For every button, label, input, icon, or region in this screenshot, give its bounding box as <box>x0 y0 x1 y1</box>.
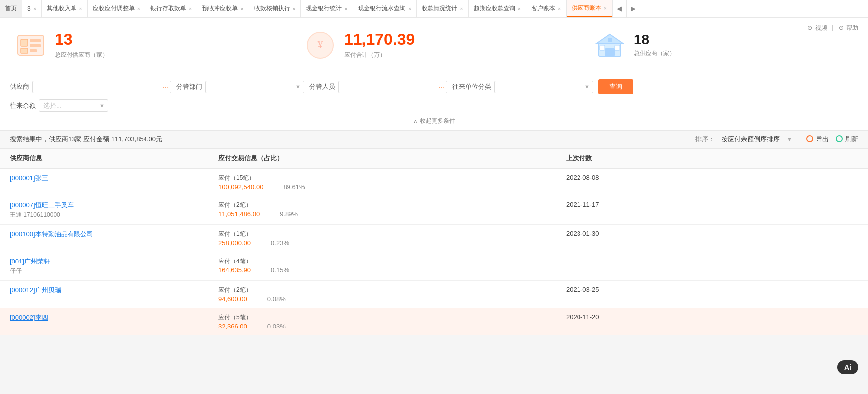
nav-left-arrow[interactable]: ◀ <box>612 0 626 18</box>
filter-person: 分管人员 ··· <box>309 81 447 93</box>
close-icon[interactable]: × <box>79 6 82 12</box>
tx-amount[interactable]: 100,092,540.00 <box>218 183 263 191</box>
filter-row-2: 往来余额 选择... ▼ <box>10 99 858 112</box>
last-pay-cell: 2022-08-08 <box>556 168 868 196</box>
chevron-down-icon: ▼ <box>787 136 792 142</box>
dept-select[interactable] <box>205 81 304 93</box>
collapse-button[interactable]: ∧ 收起更多条件 <box>413 117 455 125</box>
tx-amount[interactable]: 32,366.00 <box>218 323 247 330</box>
tx-amount[interactable]: 164,635.90 <box>218 266 251 274</box>
filter-area: 供应商 ··· 分管部门 ▼ 分管人员 ··· <box>0 72 868 131</box>
tx-label: 应付（5笔） <box>218 313 546 322</box>
video-link[interactable]: ⊙ 视频 <box>807 24 827 32</box>
col-last-pay: 上次付数 <box>556 149 868 168</box>
close-icon[interactable]: × <box>292 6 295 12</box>
supplier-link[interactable]: [001]广州荣轩 <box>10 258 50 265</box>
export-button[interactable]: 导出 <box>806 135 829 144</box>
amount-label: 应付合计（万） <box>344 51 415 59</box>
svg-rect-4 <box>30 44 41 47</box>
summary-text-total: 18 总供应商（家） <box>634 32 675 58</box>
nav-right-arrow[interactable]: ▶ <box>626 0 640 18</box>
supplier-info-cell: [000012]广州贝瑞 <box>0 281 209 308</box>
ai-badge[interactable]: Ai <box>837 360 858 374</box>
filter-supplier: 供应商 ··· <box>10 81 171 93</box>
supplier-link[interactable]: [000007]恒旺二手叉车 <box>10 201 74 209</box>
svg-rect-11 <box>600 45 605 50</box>
result-actions: 排序： 按应付余额倒序排序 ▼ 导出 刷新 <box>695 134 858 144</box>
category-select-wrapper: ▼ <box>494 81 593 93</box>
nav-tab-collection-stat[interactable]: 收款情况统计 × <box>417 0 468 17</box>
close-icon[interactable]: × <box>604 5 607 11</box>
close-icon[interactable]: × <box>344 6 347 12</box>
nav-tab-supplier-ledger[interactable]: 供应商账本 × <box>567 0 612 17</box>
refresh-button[interactable]: 刷新 <box>836 135 858 144</box>
table-row: [000002]李四应付（5笔）32,366.000.03%2020-11-20 <box>0 308 868 335</box>
nav-tab-other-income[interactable]: 其他收入单 × <box>42 0 87 17</box>
supplier-link[interactable]: [000012]广州贝瑞 <box>10 286 61 294</box>
supplier-info-cell: [000007]恒旺二手叉车王通 17106110000 <box>0 196 209 225</box>
close-icon[interactable]: × <box>460 6 463 12</box>
filter-balance: 往来余额 选择... ▼ <box>10 99 108 112</box>
nav-tab-cash-bank-stat[interactable]: 现金银行统计 × <box>301 0 353 17</box>
svg-rect-12 <box>615 45 620 50</box>
supplier-dots-button[interactable]: ··· <box>162 83 168 90</box>
supplier-link[interactable]: [000002]李四 <box>10 314 48 321</box>
svg-text:¥: ¥ <box>318 38 323 51</box>
nav-tab-overdue-ar[interactable]: 超期应收款查询 × <box>469 0 526 17</box>
supplier-info-cell: [001]广州荣轩仔仔 <box>0 252 209 281</box>
supplier-count-label: 总应付供应商（家） <box>55 51 108 59</box>
tx-info-cell: 应付（1笔）258,000.000.23% <box>209 225 556 252</box>
tx-amount[interactable]: 11,051,486.00 <box>218 210 260 218</box>
supplier-link[interactable]: [000100]本特勤油品有限公司 <box>10 230 93 238</box>
close-icon[interactable]: × <box>33 6 36 12</box>
close-icon[interactable]: × <box>189 6 192 12</box>
collapse-bar: ∧ 收起更多条件 <box>10 117 858 125</box>
summary-text-amount: 11,170.39 应付合计（万） <box>344 31 415 59</box>
svg-rect-3 <box>30 39 41 42</box>
sort-value[interactable]: 按应付余额倒序排序 <box>722 135 780 144</box>
svg-rect-10 <box>605 48 615 56</box>
last-pay-cell: 2021-11-17 <box>556 196 868 225</box>
balance-select[interactable]: 选择... <box>39 99 108 112</box>
close-icon[interactable]: × <box>137 6 140 12</box>
last-pay-cell <box>556 252 868 281</box>
person-input[interactable] <box>338 81 447 93</box>
last-pay-cell: 2023-01-30 <box>556 225 868 252</box>
supplier-input[interactable] <box>32 81 171 93</box>
nav-tab-cash-bank-flow[interactable]: 现金银行流水查询 × <box>353 0 417 17</box>
category-select[interactable] <box>494 81 593 93</box>
nav-tab-bank-deposit[interactable]: 银行存取款单 × <box>145 0 197 17</box>
nav-tab-customer-ledger[interactable]: 客户账本 × <box>526 0 566 17</box>
nav-tab-three[interactable]: 3 × <box>22 0 42 17</box>
nav-tab-collection-verify[interactable]: 收款核销执行 × <box>249 0 301 17</box>
supplier-link[interactable]: [000001]张三 <box>10 174 48 182</box>
tx-info-cell: 应付（15笔）100,092,540.0089.61% <box>209 168 556 196</box>
result-info: 搜索结果中，供应商13家 应付金额 111,703,854.00元 <box>10 135 162 144</box>
dept-select-wrapper: ▼ <box>205 81 304 93</box>
close-icon[interactable]: × <box>518 6 521 12</box>
supplier-sub-info: 仔仔 <box>10 267 199 275</box>
last-pay-cell: 2021-03-25 <box>556 281 868 308</box>
summary-bar: 13 总应付供应商（家） ¥ 11,170.39 应付合计（万） <box>0 18 868 72</box>
table-row: [000007]恒旺二手叉车王通 17106110000应付（2笔）11,051… <box>0 196 868 225</box>
tx-amount[interactable]: 258,000.00 <box>218 239 251 247</box>
close-icon[interactable]: × <box>408 6 411 12</box>
tx-percent: 9.89% <box>280 210 298 218</box>
help-link[interactable]: ⊙ 帮助 <box>839 24 858 32</box>
nav-tab-ar-ap-adjust[interactable]: 应收应付调整单 × <box>88 0 145 17</box>
close-icon[interactable]: × <box>558 6 561 12</box>
close-icon[interactable]: × <box>240 6 243 12</box>
tx-amount[interactable]: 94,600.00 <box>218 295 247 303</box>
supplier-info-cell: [000002]李四 <box>0 308 209 335</box>
person-dots-button[interactable]: ··· <box>438 83 444 90</box>
tx-label: 应付（4笔） <box>218 257 546 265</box>
query-button[interactable]: 查询 <box>598 79 633 94</box>
balance-filter-label: 往来余额 <box>10 101 36 110</box>
sort-label: 排序： <box>695 135 715 144</box>
nav-tab-prepay-ar[interactable]: 预收冲应收单 × <box>197 0 249 17</box>
nav-tab-home[interactable]: 首页 <box>0 0 22 17</box>
tx-info-cell: 应付（2笔）94,600.000.08% <box>209 281 556 308</box>
amount-icon: ¥ <box>304 29 336 61</box>
total-supplier-label: 总供应商（家） <box>634 49 675 58</box>
supplier-info-cell: [000100]本特勤油品有限公司 <box>0 225 209 252</box>
